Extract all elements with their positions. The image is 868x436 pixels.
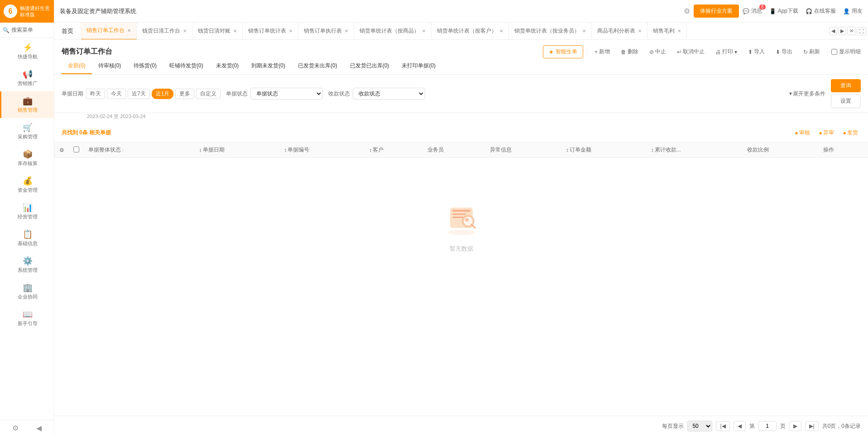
sidebar-item-marketing[interactable]: 📢 营销推广 — [0, 65, 54, 91]
sidebar-search[interactable]: 🔍 搜索菜单 — [0, 23, 54, 38]
tab-close-sales-exec[interactable]: ✕ — [345, 28, 348, 33]
add-button[interactable]: + 新增 — [591, 46, 614, 58]
sidebar-item-finance[interactable]: 💰 资金管理 — [0, 171, 54, 198]
query-button[interactable]: 查询 — [831, 79, 861, 92]
date-tag-自定义[interactable]: 自定义 — [196, 89, 221, 99]
tab-close-sales-summary-customer[interactable]: ✕ — [499, 28, 503, 33]
th-checkbox[interactable] — [69, 142, 84, 158]
sub-tab-all[interactable]: 全部(0) — [62, 58, 92, 74]
tab-close-cash-reconcile[interactable]: ✕ — [233, 28, 237, 33]
smart-create-button[interactable]: ★ 智能生单 — [543, 45, 583, 58]
sidebar-nav: ⚡ 快捷导航 📢 营销推广 💼 销售管理 🛒 采购管理 📦 库存核算 💰 资金管… — [0, 38, 54, 332]
sidebar-item-inventory[interactable]: 📦 库存核算 — [0, 145, 54, 171]
tab-close-product-margin[interactable]: ✕ — [638, 28, 642, 33]
sidebar-item-guide[interactable]: 📖 新手引导 — [0, 305, 54, 332]
stop-button[interactable]: ⊘ 中止 — [646, 46, 670, 58]
sort-status-icon[interactable]: ↕ — [122, 147, 124, 152]
sidebar-item-operations[interactable]: 📊 经营管理 — [0, 198, 54, 225]
page-size-select[interactable]: 50 10 20 100 — [687, 421, 712, 431]
tab-sales-summary-staff[interactable]: 销货单统计表（按业务员）✕ — [509, 23, 592, 40]
tab-sales-summary-customer[interactable]: 销货单统计表（按客户）✕ — [432, 23, 509, 40]
sidebar-item-basic-info[interactable]: 📋 基础信息 — [0, 225, 54, 251]
tab-sales-gross[interactable]: 销售毛利✕ — [647, 23, 687, 40]
next-page-button[interactable]: ▶ — [789, 421, 801, 431]
sidebar-item-system[interactable]: ⚙️ 系统管理 — [0, 251, 54, 278]
tab-prev-button[interactable]: ◀ — [829, 27, 837, 35]
sort-customer-icon[interactable]: ↕ — [369, 147, 372, 153]
sub-tab-not-printed[interactable]: 未打印单据(0) — [395, 58, 442, 74]
tab-home[interactable]: 首页 — [54, 23, 81, 40]
nav-label-quick-nav: 快捷导航 — [18, 53, 38, 60]
review-button[interactable]: ● 审核 — [792, 127, 812, 138]
sidebar-item-sales[interactable]: 💼 销售管理 — [0, 91, 54, 118]
sidebar-item-purchase[interactable]: 🛒 采购管理 — [0, 118, 54, 145]
prev-page-button[interactable]: ◀ — [734, 421, 746, 431]
sub-tab-label-overdue-unshipped: 到期未发货(0) — [251, 62, 285, 69]
sub-tab-pending-inspect[interactable]: 待拣货(0) — [127, 58, 163, 74]
tab-sales-order-workbench[interactable]: 销售订单工作台✕ — [81, 23, 137, 40]
filter-setting-button[interactable]: 设置 — [831, 94, 861, 108]
sub-tab-shipped-out[interactable]: 已发货已出库(0) — [344, 58, 396, 74]
show-detail-checkbox[interactable] — [831, 49, 837, 55]
th-amount: ↕订单金额 — [561, 142, 647, 158]
export-button[interactable]: ⬇ 导出 — [772, 46, 796, 58]
date-tag-近1月[interactable]: 近1月 — [152, 89, 174, 99]
tab-cash-reconcile[interactable]: 钱货日清对账✕ — [192, 23, 243, 40]
sort-date-icon[interactable]: ↕ — [199, 147, 202, 153]
status-filter-select[interactable]: 单据状态 — [250, 88, 323, 100]
sub-tab-wangpu-pending[interactable]: 旺铺待发货(0) — [163, 58, 210, 74]
sub-tab-shipped-not-out[interactable]: 已发货未出库(0) — [292, 58, 344, 74]
show-detail-label[interactable]: 显示明细 — [831, 48, 861, 56]
message-item[interactable]: 💬 消息 6 — [743, 7, 762, 15]
user-item[interactable]: 👤 用友 — [843, 7, 863, 15]
tab-close-all-button[interactable]: ✕ — [847, 27, 856, 35]
date-tag-昨天[interactable]: 昨天 — [86, 89, 105, 99]
sort-amount-icon[interactable]: ↕ — [566, 147, 569, 153]
sub-tab-not-shipped[interactable]: 未发货(0) — [210, 58, 245, 74]
th-settings[interactable]: ⚙ — [54, 142, 69, 158]
refresh-button[interactable]: ↻ 刷新 — [800, 46, 824, 58]
settings-icon[interactable]: ⚙ — [12, 424, 19, 432]
topbar-settings-icon[interactable]: ⚙ — [684, 7, 690, 15]
tab-sales-summary-product[interactable]: 销货单统计表（按商品）✕ — [354, 23, 432, 40]
date-tag-近7天[interactable]: 近7天 — [128, 89, 150, 99]
sort-number-icon[interactable]: ↕ — [284, 147, 287, 153]
sidebar-item-quick-nav[interactable]: ⚡ 快捷导航 — [0, 38, 54, 65]
tab-close-sales-summary-staff[interactable]: ✕ — [582, 28, 586, 33]
online-service-item[interactable]: 🎧 在线客服 — [806, 7, 836, 15]
tab-close-sales-gross[interactable]: ✕ — [677, 28, 681, 33]
cancel-stop-button[interactable]: ↩ 取消中止 — [673, 46, 708, 58]
collapse-icon[interactable]: ◀ — [36, 424, 42, 432]
sub-tab-pending-review[interactable]: 待审核(0) — [92, 58, 128, 74]
first-page-button[interactable]: |◀ — [716, 421, 729, 431]
tab-cash-daily[interactable]: 钱货日清工作台✕ — [137, 23, 192, 40]
th-date: ↕单据日期 — [195, 142, 280, 158]
tab-close-sales-summary-product[interactable]: ✕ — [422, 28, 426, 33]
tab-close-sales-order-workbench[interactable]: ✕ — [127, 28, 131, 33]
app-download-item[interactable]: 📱 App下载 — [769, 7, 798, 15]
page-input[interactable] — [758, 421, 777, 431]
tab-fullscreen-button[interactable]: ⛶ — [857, 27, 866, 35]
select-all-checkbox[interactable] — [73, 147, 79, 152]
tab-product-margin[interactable]: 商品毛利分析表✕ — [592, 23, 647, 40]
date-tag-更多[interactable]: 更多 — [175, 89, 194, 99]
last-page-button[interactable]: ▶| — [805, 421, 819, 431]
industry-solution-button[interactable]: 体验行业方案 — [694, 5, 739, 18]
import-button[interactable]: ⬆ 导入 — [744, 46, 768, 58]
tab-next-button[interactable]: ▶ — [838, 27, 846, 35]
expand-filter-button[interactable]: ▾ 展开更多条件 — [789, 90, 825, 98]
tab-sales-exec[interactable]: 销售订单执行表✕ — [298, 23, 354, 40]
tab-close-sales-stat[interactable]: ✕ — [289, 28, 293, 33]
delete-button[interactable]: 🗑 删除 — [617, 46, 642, 58]
sub-tab-overdue-unshipped[interactable]: 到期未发货(0) — [245, 58, 292, 74]
date-tag-今天[interactable]: 今天 — [107, 89, 126, 99]
ship-button[interactable]: ● 发货 — [840, 127, 861, 138]
tab-sales-stat[interactable]: 销售订单统计表✕ — [243, 23, 298, 40]
column-settings-icon[interactable]: ⚙ — [59, 147, 64, 153]
reject-button[interactable]: ● 弃审 — [816, 127, 837, 138]
sidebar-item-enterprise[interactable]: 🏢 企业协同 — [0, 278, 54, 305]
tab-close-cash-daily[interactable]: ✕ — [183, 28, 187, 33]
sort-collected-icon[interactable]: ↕ — [651, 147, 654, 153]
print-button[interactable]: 🖨 打印 ▾ — [712, 46, 741, 58]
pay-status-filter-select[interactable]: 收款状态 — [353, 88, 425, 100]
